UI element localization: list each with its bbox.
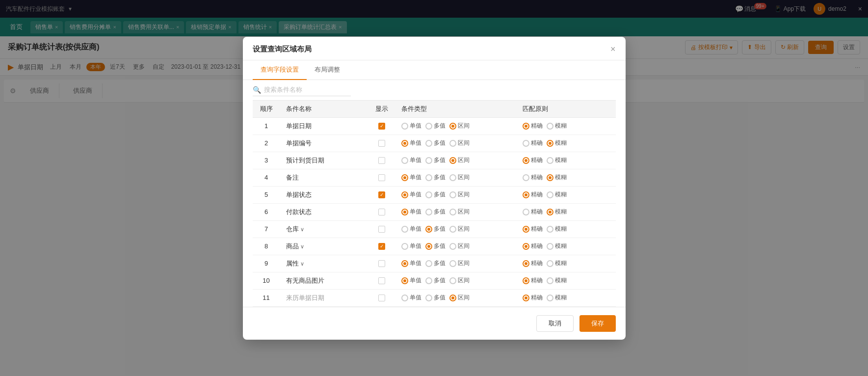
match-radio-模糊[interactable]: 模糊 <box>547 122 567 130</box>
match-radio-精确[interactable]: 精确 <box>523 122 543 130</box>
type-radio-多值[interactable]: 多值 <box>425 190 446 199</box>
type-radio-单值[interactable]: 单值 <box>401 173 421 182</box>
type-radio-单值[interactable]: 单值 <box>401 225 421 233</box>
type-radio-单值[interactable]: 单值 <box>401 139 421 147</box>
cancel-button[interactable]: 取消 <box>536 315 574 332</box>
search-input[interactable] <box>264 86 342 93</box>
tab-query-fields[interactable]: 查询字段设置 <box>253 60 307 80</box>
type-radio-多值[interactable]: 多值 <box>425 225 446 233</box>
cell-order: 5 <box>253 186 280 203</box>
match-radio-精确[interactable]: 精确 <box>523 139 543 147</box>
type-radio-区间[interactable]: 区间 <box>449 242 470 250</box>
display-checkbox[interactable] <box>378 209 385 215</box>
settings-modal: 设置查询区域布局 × 查询字段设置 布局调整 🔍 顺序 <box>243 37 626 340</box>
cell-name: 付款状态 <box>280 203 368 220</box>
cell-match: 精确模糊 <box>517 220 616 238</box>
display-checkbox[interactable] <box>378 191 385 198</box>
radio-circle <box>425 174 432 181</box>
match-radio-精确[interactable]: 精确 <box>523 156 543 164</box>
match-radio-精确[interactable]: 精确 <box>523 173 543 182</box>
type-radio-多值[interactable]: 多值 <box>425 242 446 250</box>
cell-match: 精确模糊 <box>517 169 616 186</box>
type-radio-区间[interactable]: 区间 <box>449 259 470 268</box>
type-radio-区间[interactable]: 区间 <box>449 190 470 199</box>
type-radio-多值[interactable]: 多值 <box>425 294 446 302</box>
save-button[interactable]: 保存 <box>579 315 616 332</box>
match-radio-模糊[interactable]: 模糊 <box>547 173 567 182</box>
type-radio-多值[interactable]: 多值 <box>425 276 446 285</box>
match-radio-模糊[interactable]: 模糊 <box>547 208 567 216</box>
match-radio-精确[interactable]: 精确 <box>523 259 543 268</box>
type-radio-多值[interactable]: 多值 <box>425 122 446 130</box>
cell-match: 精确模糊 <box>517 289 616 306</box>
search-icon: 🔍 <box>253 86 261 94</box>
radio-circle <box>425 243 432 250</box>
radio-circle <box>449 277 456 284</box>
expand-icon[interactable]: ∨ <box>300 243 304 249</box>
tab-layout-adjust[interactable]: 布局调整 <box>307 60 348 80</box>
type-radio-多值[interactable]: 多值 <box>425 173 446 182</box>
display-checkbox[interactable] <box>378 260 385 267</box>
match-radio-模糊[interactable]: 模糊 <box>547 242 567 250</box>
type-radio-单值[interactable]: 单值 <box>401 259 421 268</box>
expand-icon[interactable]: ∨ <box>300 261 304 267</box>
radio-circle <box>401 174 408 181</box>
type-radio-区间[interactable]: 区间 <box>449 276 470 285</box>
type-radio-区间[interactable]: 区间 <box>449 173 470 182</box>
col-head-type: 条件类型 <box>395 100 517 117</box>
match-radio-精确[interactable]: 精确 <box>523 276 543 285</box>
cell-order: 9 <box>253 255 280 272</box>
radio-circle <box>401 226 408 233</box>
cell-type: 单值多值区间 <box>395 220 517 238</box>
display-checkbox[interactable] <box>378 277 385 284</box>
expand-icon[interactable]: ∨ <box>300 226 304 232</box>
cell-type: 单值多值区间 <box>395 238 517 255</box>
type-radio-多值[interactable]: 多值 <box>425 139 446 147</box>
type-radio-单值[interactable]: 单值 <box>401 122 421 130</box>
type-radio-多值[interactable]: 多值 <box>425 208 446 216</box>
type-radio-单值[interactable]: 单值 <box>401 190 421 199</box>
match-radio-精确[interactable]: 精确 <box>523 225 543 233</box>
display-checkbox[interactable] <box>378 140 385 147</box>
table-row: 10有无商品图片单值多值区间精确模糊 <box>253 272 616 289</box>
cell-type: 单值多值区间 <box>395 152 517 169</box>
conditions-table: 顺序 条件名称 显示 条件类型 匹配原则 1单据日期单值多值区间精确模糊2单据编… <box>253 100 616 307</box>
type-radio-多值[interactable]: 多值 <box>425 156 446 164</box>
display-checkbox[interactable] <box>378 243 385 250</box>
match-radio-模糊[interactable]: 模糊 <box>547 276 567 285</box>
match-radio-模糊[interactable]: 模糊 <box>547 156 567 164</box>
match-radio-精确[interactable]: 精确 <box>523 190 543 199</box>
type-radio-区间[interactable]: 区间 <box>449 156 470 164</box>
display-checkbox[interactable] <box>378 123 385 130</box>
match-radio-精确[interactable]: 精确 <box>523 242 543 250</box>
match-radio-模糊[interactable]: 模糊 <box>547 294 567 302</box>
type-radio-单值[interactable]: 单值 <box>401 242 421 250</box>
match-radio-精确[interactable]: 精确 <box>523 294 543 302</box>
modal-close-button[interactable]: × <box>610 45 616 54</box>
type-radio-单值[interactable]: 单值 <box>401 276 421 285</box>
display-checkbox[interactable] <box>378 157 385 164</box>
cell-display <box>368 186 395 203</box>
type-radio-区间[interactable]: 区间 <box>449 294 470 302</box>
type-radio-区间[interactable]: 区间 <box>449 208 470 216</box>
match-radio-模糊[interactable]: 模糊 <box>547 259 567 268</box>
type-radio-区间[interactable]: 区间 <box>449 225 470 233</box>
cell-order: 6 <box>253 203 280 220</box>
match-radio-模糊[interactable]: 模糊 <box>547 225 567 233</box>
type-radio-单值[interactable]: 单值 <box>401 294 421 302</box>
type-radio-多值[interactable]: 多值 <box>425 259 446 268</box>
type-radio-单值[interactable]: 单值 <box>401 156 421 164</box>
match-radio-模糊[interactable]: 模糊 <box>547 139 567 147</box>
display-checkbox[interactable] <box>378 226 385 233</box>
match-radio-模糊[interactable]: 模糊 <box>547 190 567 199</box>
match-radio-精确[interactable]: 精确 <box>523 208 543 216</box>
modal-overlay: 设置查询区域布局 × 查询字段设置 布局调整 🔍 顺序 <box>0 0 868 376</box>
type-radio-单值[interactable]: 单值 <box>401 208 421 216</box>
type-radio-区间[interactable]: 区间 <box>449 139 470 147</box>
radio-circle <box>425 226 432 233</box>
radio-circle <box>425 260 432 267</box>
type-radio-区间[interactable]: 区间 <box>449 122 470 130</box>
modal-title: 设置查询区域布局 <box>253 45 312 54</box>
display-checkbox[interactable] <box>378 174 385 181</box>
display-checkbox[interactable] <box>378 295 385 301</box>
